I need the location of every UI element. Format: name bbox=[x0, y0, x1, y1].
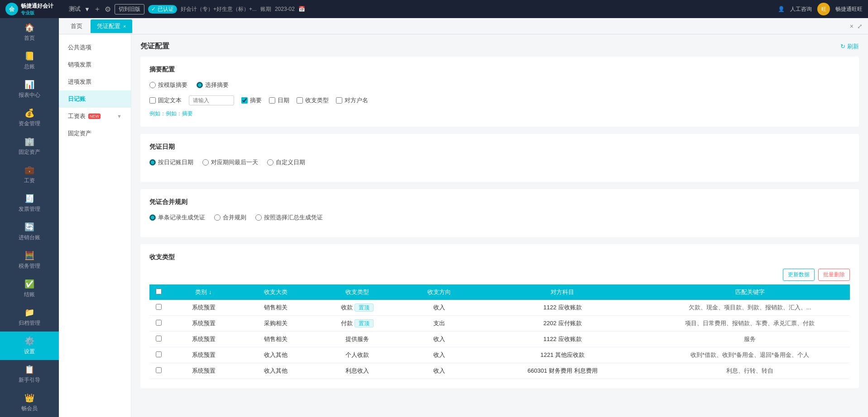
batch-delete-button[interactable]: 批量删除 bbox=[818, 269, 850, 281]
sidebar-item-funds[interactable]: 💰 资金管理 bbox=[0, 104, 59, 132]
header-add-button[interactable]: ＋ bbox=[94, 5, 101, 14]
left-nav-public[interactable]: 公共选项 bbox=[59, 39, 131, 56]
radio-merge-label: 合并规则 bbox=[223, 213, 246, 222]
row-checkbox-cell[interactable] bbox=[149, 347, 168, 363]
calendar-icon[interactable]: 📅 bbox=[298, 6, 305, 12]
tab-close-icon[interactable]: × bbox=[123, 24, 126, 29]
sidebar-label-funds: 资金管理 bbox=[19, 120, 40, 128]
radio-summary-gen-input[interactable] bbox=[255, 214, 262, 221]
left-nav-sales-invoice[interactable]: 销项发票 bbox=[59, 56, 131, 73]
table-row: 系统预置 销售相关 提供服务 收入 1122 应收账款 服务 bbox=[149, 332, 850, 347]
counterpart-checkbox[interactable] bbox=[336, 97, 342, 104]
sidebar-item-guide[interactable]: 📋 新手引导 bbox=[0, 360, 59, 389]
sidebar-label-member: 畅会员 bbox=[21, 405, 38, 412]
radio-journal-date[interactable]: 按日记账日期 bbox=[149, 158, 193, 166]
row-direction: 收入 bbox=[403, 363, 475, 379]
radio-custom-date[interactable]: 自定义日期 bbox=[267, 158, 305, 166]
radio-period-last-input[interactable] bbox=[202, 159, 209, 166]
check-icon bbox=[151, 6, 156, 12]
radio-select-summary[interactable]: 选择摘要 bbox=[197, 81, 229, 89]
radio-merge-rule[interactable]: 合并规则 bbox=[214, 213, 246, 222]
refresh-button[interactable]: ↻ 刷新 bbox=[840, 43, 859, 51]
th-checkbox[interactable] bbox=[149, 284, 168, 300]
date-checkbox[interactable] bbox=[269, 97, 275, 104]
row-checkbox-0[interactable] bbox=[156, 304, 162, 310]
radio-merge-input[interactable] bbox=[214, 214, 221, 221]
radio-journal-date-label: 按日记账日期 bbox=[158, 158, 193, 166]
row-keywords: 服务 bbox=[650, 332, 850, 347]
sidebar-item-ledger[interactable]: 📒 总账 bbox=[0, 47, 59, 75]
row-major-type: 销售相关 bbox=[240, 300, 312, 316]
fixed-text-checkbox[interactable] bbox=[149, 97, 156, 104]
checkbox-type[interactable]: 收支类型 bbox=[297, 96, 329, 104]
tab-home[interactable]: 首页 bbox=[64, 19, 89, 33]
radio-period-last-label: 对应期间最后一天 bbox=[211, 158, 258, 166]
radio-journal-date-input[interactable] bbox=[149, 159, 156, 166]
table-header-row: 更新数据 批量删除 bbox=[149, 269, 850, 281]
sidebar-item-home[interactable]: 🏠 首页 bbox=[0, 18, 59, 47]
guide-icon: 📋 bbox=[24, 365, 34, 374]
radio-select-input[interactable] bbox=[197, 82, 203, 88]
radio-template-input[interactable] bbox=[149, 82, 156, 88]
sidebar-item-purchase[interactable]: 🔄 进销台账 bbox=[0, 218, 59, 246]
row-checkbox-4[interactable] bbox=[156, 367, 162, 373]
row-checkbox-cell[interactable] bbox=[149, 332, 168, 347]
radio-summary-gen[interactable]: 按照选择汇总生成凭证 bbox=[255, 213, 323, 222]
sidebar-item-archive[interactable]: 📁 归档管理 bbox=[0, 303, 59, 332]
fixed-text-input[interactable] bbox=[189, 95, 234, 105]
tab-action-expand[interactable]: ⤢ bbox=[857, 23, 863, 30]
row-tag[interactable]: 置顶 bbox=[355, 319, 374, 327]
row-checkbox-cell[interactable] bbox=[149, 363, 168, 379]
header-settings-icon[interactable]: ⚙ bbox=[105, 5, 111, 14]
row-checkbox-cell[interactable] bbox=[149, 316, 168, 332]
avatar[interactable]: 旺 bbox=[817, 3, 830, 15]
update-data-button[interactable]: 更新数据 bbox=[783, 269, 815, 281]
sort-icon[interactable]: ↓ bbox=[209, 289, 212, 295]
radio-template-summary[interactable]: 按模版摘要 bbox=[149, 81, 187, 89]
sidebar-item-settle[interactable]: ✅ 结账 bbox=[0, 275, 59, 303]
sidebar-item-salary[interactable]: 💼 工资 bbox=[0, 161, 59, 189]
sidebar-item-invoice[interactable]: 🧾 发票管理 bbox=[0, 189, 59, 218]
left-nav-payroll[interactable]: 工资表 NEW ▼ bbox=[59, 108, 131, 125]
sidebar-item-settings[interactable]: ⚙️ 设置 bbox=[0, 332, 59, 360]
sidebar-item-member[interactable]: 👑 畅会员 bbox=[0, 389, 59, 417]
tax-icon: 🧮 bbox=[24, 251, 34, 261]
row-checkbox-cell[interactable] bbox=[149, 300, 168, 316]
tab-action-close[interactable]: × bbox=[850, 23, 854, 30]
example-text: 例如：例如：摘要 bbox=[149, 110, 850, 118]
left-nav-journal-label: 日记账 bbox=[68, 95, 86, 103]
row-checkbox-2[interactable] bbox=[156, 336, 162, 341]
left-nav-fixed-assets[interactable]: 固定资产 bbox=[59, 125, 131, 142]
sidebar-item-tax[interactable]: 🧮 税务管理 bbox=[0, 246, 59, 275]
left-nav-purchase-invoice[interactable]: 进项发票 bbox=[59, 73, 131, 90]
logo-area: 会 畅捷通好会计 专业版 bbox=[5, 2, 64, 16]
switch-to-old-button[interactable]: 切到旧版 bbox=[115, 4, 144, 14]
radio-custom-input[interactable] bbox=[267, 159, 273, 166]
radio-period-last-day[interactable]: 对应期间最后一天 bbox=[202, 158, 258, 166]
select-all-checkbox[interactable] bbox=[156, 289, 162, 294]
radio-single-label: 单条记录生成凭证 bbox=[158, 213, 205, 222]
funds-icon: 💰 bbox=[24, 108, 34, 118]
header-dropdown-icon[interactable]: ▼ bbox=[84, 6, 90, 13]
left-nav-journal[interactable]: 日记账 bbox=[59, 90, 131, 108]
checkbox-date[interactable]: 日期 bbox=[269, 96, 289, 104]
tab-voucher-config[interactable]: 凭证配置 × bbox=[91, 19, 132, 33]
checkbox-counterpart[interactable]: 对方户名 bbox=[336, 96, 368, 104]
radio-single-record[interactable]: 单条记录生成凭证 bbox=[149, 213, 205, 222]
sidebar-item-reports[interactable]: 📊 报表中心 bbox=[0, 75, 59, 104]
row-checkbox-3[interactable] bbox=[156, 351, 162, 357]
assets-icon: 🏢 bbox=[24, 137, 34, 147]
row-tag[interactable]: 置顶 bbox=[355, 303, 374, 312]
radio-single-input[interactable] bbox=[149, 214, 156, 221]
summary-checkbox[interactable] bbox=[241, 97, 248, 104]
checkbox-summary[interactable]: 摘要 bbox=[241, 96, 262, 104]
layout: 🏠 首页 📒 总账 📊 报表中心 💰 资金管理 🏢 固定资产 💼 工资 🧾 发票… bbox=[0, 18, 868, 417]
row-checkbox-1[interactable] bbox=[156, 320, 162, 326]
checkbox-fixed-text[interactable]: 固定文本 bbox=[149, 96, 182, 104]
sidebar-item-assets[interactable]: 🏢 固定资产 bbox=[0, 132, 59, 161]
row-major-type: 销售相关 bbox=[240, 332, 312, 347]
type-checkbox[interactable] bbox=[297, 97, 303, 104]
consult-label[interactable]: 人工咨询 bbox=[790, 5, 812, 13]
header-right: 👤 人工咨询 旺 畅捷通旺旺 bbox=[778, 3, 863, 15]
purchase-icon: 🔄 bbox=[24, 222, 34, 232]
